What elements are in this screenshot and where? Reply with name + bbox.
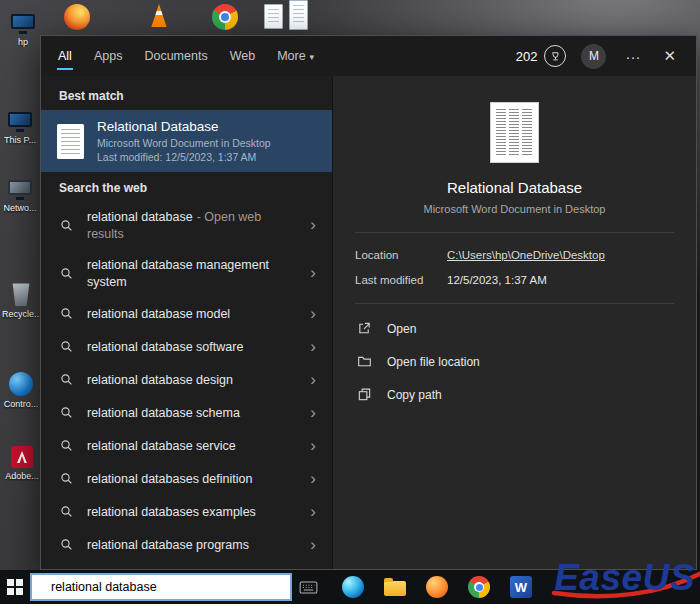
chevron-right-icon[interactable]: › xyxy=(310,503,324,522)
chrome-icon[interactable] xyxy=(212,4,238,30)
control-panel-icon xyxy=(9,372,33,396)
firefox-taskbar-icon[interactable] xyxy=(426,576,448,598)
rewards-button[interactable]: 202 xyxy=(516,45,567,67)
best-match-result[interactable]: Relational Database Microsoft Word Docum… xyxy=(41,110,332,172)
document-thumbnail xyxy=(491,103,538,162)
chevron-right-icon[interactable]: › xyxy=(310,404,324,423)
location-link[interactable]: C:\Users\hp\OneDrive\Desktop xyxy=(447,249,605,261)
web-suggestion[interactable]: relational database- Open web results › xyxy=(41,202,332,250)
desktop-icon-hp[interactable]: hp xyxy=(4,14,42,47)
web-suggestion[interactable]: relational database schema › xyxy=(41,397,332,430)
easeus-watermark: EaseUS xyxy=(554,559,695,596)
close-icon[interactable]: ✕ xyxy=(659,45,680,67)
copy-path-action[interactable]: Copy path xyxy=(355,378,674,411)
chevron-right-icon[interactable]: › xyxy=(310,338,324,357)
document-shortcut-icon[interactable] xyxy=(289,0,308,30)
network-icon xyxy=(8,180,32,195)
chevron-right-icon[interactable]: › xyxy=(310,371,324,390)
search-icon xyxy=(60,472,74,486)
desktop-icon-label: This P... xyxy=(4,135,36,145)
open-icon xyxy=(357,321,373,336)
search-icon xyxy=(60,307,74,321)
open-file-location-action[interactable]: Open file location xyxy=(355,345,674,378)
best-match-text: Relational Database Microsoft Word Docum… xyxy=(97,119,271,163)
tab-all[interactable]: All xyxy=(57,37,73,75)
web-suggestion[interactable]: relational database model › xyxy=(41,298,332,331)
web-suggestion[interactable]: relational database design › xyxy=(41,364,332,397)
taskbar-search-input[interactable] xyxy=(30,573,292,601)
preview-subtitle: Microsoft Word Document in Desktop xyxy=(355,203,674,215)
search-icon xyxy=(60,538,74,552)
file-explorer-taskbar-icon[interactable] xyxy=(384,581,406,596)
preview-panel: Relational Database Microsoft Word Docum… xyxy=(332,76,696,569)
web-suggestion[interactable]: relational databases examples › xyxy=(41,496,332,529)
file-info: Location C:\Users\hp\OneDrive\Desktop La… xyxy=(355,249,674,286)
action-label: Copy path xyxy=(387,388,442,402)
avatar-letter: M xyxy=(589,49,599,63)
desktop-icon-label: hp xyxy=(18,37,28,47)
windows-search-flyout: All Apps Documents Web More▾ 202 M ··· ✕ xyxy=(40,35,697,570)
search-tab-bar: All Apps Documents Web More▾ 202 M ··· ✕ xyxy=(41,36,696,76)
web-suggestion[interactable]: relational database programs › xyxy=(41,529,332,562)
search-icon xyxy=(60,219,74,233)
chevron-right-icon[interactable]: › xyxy=(310,305,324,324)
tab-more[interactable]: More▾ xyxy=(276,37,315,75)
more-options-icon[interactable]: ··· xyxy=(621,46,644,67)
chevron-right-icon[interactable]: › xyxy=(310,470,324,489)
tab-apps[interactable]: Apps xyxy=(93,37,124,75)
web-suggestion[interactable]: relational database service › xyxy=(41,430,332,463)
best-match-header: Best match xyxy=(41,80,332,110)
chevron-right-icon[interactable]: › xyxy=(310,536,324,555)
action-label: Open xyxy=(387,322,416,336)
documents-section-header: Documents xyxy=(41,562,332,570)
trophy-icon xyxy=(544,45,566,67)
firefox-icon[interactable] xyxy=(64,4,90,30)
web-section-header: Search the web xyxy=(41,172,332,202)
suggestion-text: relational databases definition xyxy=(87,472,252,486)
chevron-right-icon[interactable]: › xyxy=(310,264,324,283)
desktop-icon-network[interactable]: Netwo... xyxy=(1,180,39,213)
tab-web[interactable]: Web xyxy=(229,37,256,75)
folder-icon xyxy=(357,354,373,369)
chrome-taskbar-icon[interactable] xyxy=(468,576,490,598)
monitor-icon xyxy=(11,14,35,29)
chevron-right-icon[interactable]: › xyxy=(310,216,324,235)
suggestion-text: relational database programs xyxy=(87,538,249,552)
tab-documents[interactable]: Documents xyxy=(143,37,208,75)
word-taskbar-icon[interactable]: W xyxy=(510,576,532,598)
web-suggestion[interactable]: relational databases definition › xyxy=(41,463,332,496)
chevron-down-icon: ▾ xyxy=(310,52,315,62)
search-icon xyxy=(60,406,74,420)
desktop-icon-label: Contro... xyxy=(4,399,39,409)
location-label: Location xyxy=(355,249,447,261)
touch-keyboard-icon[interactable] xyxy=(299,581,318,594)
search-content: Best match Relational Database Microsoft… xyxy=(41,76,696,569)
divider xyxy=(355,303,674,304)
best-match-subtitle: Microsoft Word Document in Desktop xyxy=(97,137,271,149)
edge-taskbar-icon[interactable] xyxy=(342,576,364,598)
taskbar-apps: W xyxy=(342,576,532,598)
web-suggestion[interactable]: relational database management system › xyxy=(41,250,332,298)
desktop-icon-control-panel[interactable]: Contro... xyxy=(2,372,40,409)
vlc-icon[interactable] xyxy=(147,4,171,27)
this-pc-icon xyxy=(8,112,32,127)
desktop-icon-label: Adobe... xyxy=(5,471,39,481)
best-match-modified: Last modified: 12/5/2023, 1:37 AM xyxy=(97,151,271,163)
suggestion-text: relational database schema xyxy=(87,406,240,420)
document-shortcut-icon[interactable] xyxy=(264,4,283,29)
web-suggestion[interactable]: relational database software › xyxy=(41,331,332,364)
suggestion-text: relational database design xyxy=(87,373,233,387)
suggestion-text: relational database management system xyxy=(87,258,269,289)
copy-icon xyxy=(357,387,373,402)
desktop-icon-this-pc[interactable]: This P... xyxy=(1,112,39,145)
word-letter: W xyxy=(515,580,527,595)
desktop-icon-adobe[interactable]: Adobe... xyxy=(3,446,41,481)
suggestion-text: relational database service xyxy=(87,439,236,453)
last-modified-value: 12/5/2023, 1:37 AM xyxy=(447,274,674,286)
open-action[interactable]: Open xyxy=(355,312,674,345)
chevron-right-icon[interactable]: › xyxy=(310,437,324,456)
desktop-icon-recycle-bin[interactable]: Recycle... xyxy=(2,282,40,319)
start-button[interactable] xyxy=(0,570,30,604)
account-avatar[interactable]: M xyxy=(581,44,606,69)
search-icon xyxy=(60,340,74,354)
